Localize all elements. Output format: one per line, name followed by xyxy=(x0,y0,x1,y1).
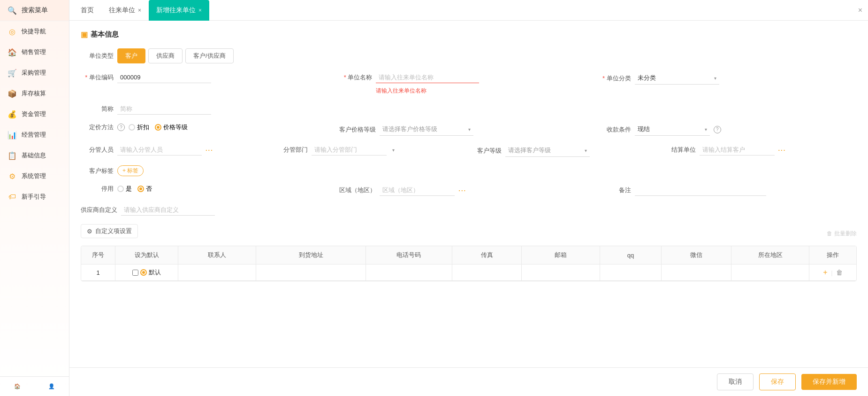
disabled-no-circle xyxy=(137,186,144,192)
newbie-icon: 🏷 xyxy=(8,192,17,202)
contact-input[interactable] xyxy=(198,269,236,276)
disabled-yes[interactable]: 是 xyxy=(117,185,132,193)
manager-input[interactable] xyxy=(117,144,202,155)
supplier-custom-row: 供应商自定义 xyxy=(81,204,857,216)
home-bottom-btn[interactable]: 🏠 xyxy=(11,380,23,392)
row-region-input[interactable] xyxy=(752,269,789,276)
save-button[interactable]: 保存 xyxy=(759,373,796,390)
default-radio[interactable]: 默认 xyxy=(140,268,161,277)
settings-gear-icon: ⚙ xyxy=(87,228,92,235)
pricing-discount[interactable]: 折扣 xyxy=(129,123,149,132)
sidebar-item-purchase[interactable]: 🛒 采购管理 xyxy=(0,62,69,83)
quicknav-icon: ◎ xyxy=(8,27,17,36)
sidebar-item-operation[interactable]: 📊 经营管理 xyxy=(0,124,69,145)
pricing-row: 定价方法 ? 折扣 价格等级 客户价格等级 请选择客户价格等级 xyxy=(81,123,857,136)
payment-group: 收款条件 现结 ▾ ? xyxy=(598,123,857,136)
email-input[interactable] xyxy=(542,269,579,276)
unit-name-input[interactable] xyxy=(376,72,479,83)
pricing-help-icon[interactable]: ? xyxy=(117,124,125,131)
tab-new-partner[interactable]: 新增往来单位 × xyxy=(149,0,209,21)
unit-type-label: 单位类型 xyxy=(81,52,114,60)
sidebar-item-basic[interactable]: 📋 基础信息 xyxy=(0,145,69,166)
payment-arrow-icon: ▾ xyxy=(705,127,707,132)
region-label: 区域（地区） xyxy=(339,186,376,194)
customer-level-select[interactable]: 请选择客户等级 ▾ xyxy=(505,144,590,157)
add-row-btn[interactable]: + xyxy=(823,268,827,276)
del-row-btn[interactable]: 🗑 xyxy=(836,269,843,276)
table-row: 1 默认 xyxy=(81,264,856,281)
sidebar-item-newbie[interactable]: 🏷 新手引导 xyxy=(0,186,69,207)
tag-add-btn[interactable]: + 标签 xyxy=(117,165,144,176)
close-all-tabs-btn[interactable]: × xyxy=(858,6,862,15)
batch-delete-btn[interactable]: 🗑 批量删除 xyxy=(827,230,857,238)
custom-settings-btn[interactable]: ⚙ 自定义项设置 xyxy=(81,224,138,238)
cell-contact[interactable] xyxy=(178,264,256,281)
settlement-input[interactable] xyxy=(700,144,775,155)
unit-type-row: 单位类型 客户 供应商 客户/供应商 xyxy=(81,48,857,63)
abbr-label: 简称 xyxy=(81,105,114,113)
btn-type-supplier[interactable]: 供应商 xyxy=(148,48,183,63)
region-more-icon[interactable]: ··· xyxy=(458,187,466,194)
cancel-button[interactable]: 取消 xyxy=(717,373,754,390)
region-input[interactable] xyxy=(380,185,455,196)
unit-category-select[interactable]: 未分类 ▾ xyxy=(635,72,719,85)
user-bottom-btn[interactable]: 👤 xyxy=(46,380,58,392)
wechat-input[interactable] xyxy=(680,269,713,276)
settlement-more-icon[interactable]: ··· xyxy=(778,147,786,154)
supplier-custom-label: 供应商自定义 xyxy=(81,206,117,214)
customer-price-select[interactable]: 请选择客户价格等级 ▾ xyxy=(380,123,473,136)
qq-input[interactable] xyxy=(617,269,645,276)
tab-partners[interactable]: 往来单位 × xyxy=(101,0,149,21)
cell-address[interactable] xyxy=(256,264,366,281)
row-checkbox[interactable] xyxy=(132,270,138,276)
payment-help-icon[interactable]: ? xyxy=(714,126,721,133)
supplier-custom-input[interactable] xyxy=(121,204,215,216)
unit-category-label: 单位分类 xyxy=(598,74,631,83)
manager-row: 分管人员 ··· 分管部门 ▾ 客户等级 请选择客户等级 ▾ 结算单位 ··· xyxy=(81,144,857,157)
sidebar-item-stock[interactable]: 📦 库存核算 xyxy=(0,83,69,104)
section-icon: ▣ xyxy=(81,30,88,39)
sidebar-item-sales[interactable]: 🏠 销售管理 xyxy=(0,42,69,62)
manager-more-icon[interactable]: ··· xyxy=(206,147,213,154)
disabled-label: 停用 xyxy=(81,185,114,193)
department-input[interactable] xyxy=(312,144,387,155)
tab-partners-close[interactable]: × xyxy=(138,7,141,14)
sidebar-item-quicknav[interactable]: ◎ 快捷导航 xyxy=(0,21,69,42)
unit-type-group: 单位类型 客户 供应商 客户/供应商 xyxy=(81,48,857,63)
address-input[interactable] xyxy=(283,269,339,276)
col-region: 所在地区 xyxy=(731,246,809,264)
unit-code-input[interactable] xyxy=(117,72,211,83)
disabled-yes-circle xyxy=(117,186,124,192)
remark-input[interactable] xyxy=(635,185,766,196)
cell-email[interactable] xyxy=(522,264,600,281)
cell-wechat[interactable] xyxy=(662,264,731,281)
disabled-no[interactable]: 否 xyxy=(137,185,152,193)
btn-type-customer[interactable]: 客户 xyxy=(117,48,145,63)
cell-fax[interactable] xyxy=(452,264,522,281)
disabled-group: 停用 是 否 xyxy=(81,185,339,193)
department-arrow-icon: ▾ xyxy=(392,148,395,153)
pricing-radio-group: 折扣 价格等级 xyxy=(129,123,188,132)
tab-home[interactable]: 首页 xyxy=(73,0,101,21)
btn-type-both[interactable]: 客户/供应商 xyxy=(185,48,234,63)
sidebar-item-system[interactable]: ⚙ 系统管理 xyxy=(0,166,69,186)
content-area: ▣ 基本信息 单位类型 客户 供应商 客户/供应商 单位编码 单位名称 xyxy=(69,21,868,367)
misc-row: 停用 是 否 区域（地区） ··· 备注 xyxy=(81,185,857,196)
col-default: 设为默认 xyxy=(115,246,178,264)
pricing-level[interactable]: 价格等级 xyxy=(155,123,188,132)
tab-new-partner-close[interactable]: × xyxy=(198,7,202,14)
abbr-input[interactable] xyxy=(117,103,211,115)
fax-input[interactable] xyxy=(471,269,503,276)
purchase-icon: 🛒 xyxy=(8,68,17,78)
cell-qq[interactable] xyxy=(600,264,662,281)
payment-select[interactable]: 现结 ▾ xyxy=(635,123,710,136)
cell-default: 默认 xyxy=(115,264,178,281)
save-new-button[interactable]: 保存并新增 xyxy=(801,374,857,390)
customer-level-label: 客户等级 xyxy=(469,147,502,155)
cell-region[interactable] xyxy=(731,264,809,281)
supplier-custom-group: 供应商自定义 xyxy=(81,204,857,216)
sidebar-item-finance[interactable]: 💰 资金管理 xyxy=(0,104,69,124)
sidebar-item-search[interactable]: 🔍 搜索菜单 xyxy=(0,0,69,21)
cell-phone[interactable] xyxy=(366,264,452,281)
phone-input[interactable] xyxy=(388,269,430,276)
